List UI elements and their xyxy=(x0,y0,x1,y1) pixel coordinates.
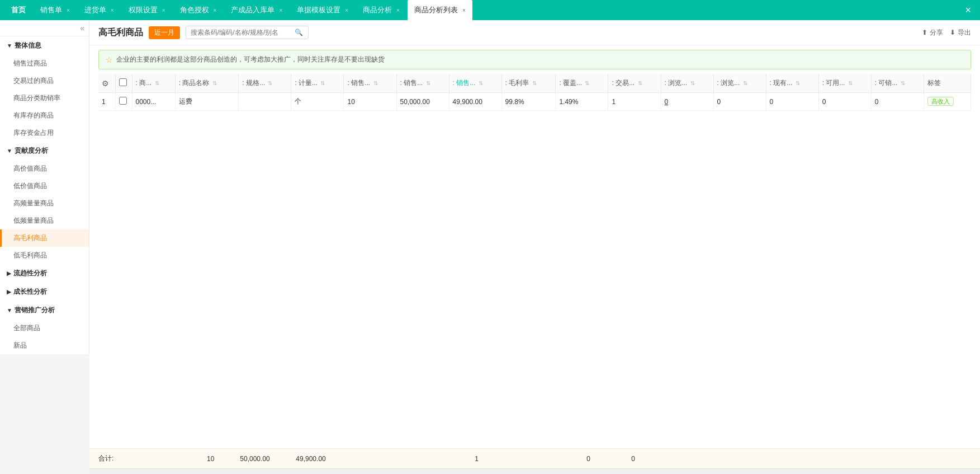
content-header: 高毛利商品 近一月 🔍 ⬆ 分享 ⬇ 导出 xyxy=(89,20,980,45)
export-icon: ⬇ xyxy=(950,29,955,36)
nav-tab-permission-settings[interactable]: 权限设置 × xyxy=(122,0,172,20)
nav-tab-product-entry[interactable]: 产成品入库单 × xyxy=(224,0,289,20)
close-icon[interactable]: × xyxy=(462,7,466,13)
sales-profit-column-header[interactable]: : 销售... ⇅ xyxy=(449,74,501,93)
footer-trade: 1 xyxy=(471,455,516,463)
product-table: ⚙ : 商... ⇅ : 商品名称 ⇅ xyxy=(98,74,971,111)
footer-sales-profit: 49,900.00 xyxy=(292,455,359,463)
row-available: 0 xyxy=(818,93,871,111)
sellable-column-header[interactable]: : 可销... ⇅ xyxy=(871,74,924,93)
unit-column-header[interactable]: : 计量... ⇅ xyxy=(291,74,344,93)
close-icon[interactable]: × xyxy=(214,7,217,13)
chevron-right-icon: ▶ xyxy=(7,270,11,276)
share-icon: ⬆ xyxy=(922,29,927,36)
code-column-header[interactable]: : 商... ⇅ xyxy=(132,74,175,93)
spec-column-header[interactable]: : 规格... ⇅ xyxy=(239,74,291,93)
row-name: 运费 xyxy=(175,93,239,111)
sales-qty-column-header[interactable]: : 销售... ⇅ xyxy=(344,74,396,93)
search-icon[interactable]: 🔍 xyxy=(295,29,303,36)
nav-tab-role-permission[interactable]: 角色授权 × xyxy=(173,0,224,20)
row-code: 0000... xyxy=(132,93,175,111)
nav-tab-product-analysis-list[interactable]: 商品分析列表 × xyxy=(408,0,472,20)
sort-icon: ⇅ xyxy=(155,80,159,86)
nav-tab-product-analysis[interactable]: 商品分析 × xyxy=(356,0,406,20)
checkbox-column-header xyxy=(115,74,132,93)
nav-tab-home[interactable]: 首页 xyxy=(4,0,32,20)
sort-icon: ⇅ xyxy=(901,80,905,86)
sidebar-group-treasure-analysis-items: 高价值商品 低价值商品 高频量量商品 低频量量商品 高毛利商品 低毛利商品 xyxy=(0,160,89,264)
close-all-tabs-button[interactable]: × xyxy=(960,4,976,16)
name-column-header[interactable]: : 商品名称 ⇅ xyxy=(175,74,239,93)
close-icon[interactable]: × xyxy=(111,7,114,13)
table-footer: 合计: 10 50,000.00 49,900.00 1 0 0 xyxy=(89,448,980,468)
search-input[interactable] xyxy=(191,29,291,36)
sidebar-item-inventory-capital[interactable]: 库存资金占用 xyxy=(0,124,89,142)
footer-cells: 10 50,000.00 49,900.00 1 0 0 xyxy=(125,455,971,463)
sidebar-item-traded-products[interactable]: 交易过的商品 xyxy=(0,72,89,90)
browse1-column-header[interactable]: : 浏览... ⇅ xyxy=(661,74,713,93)
nav-tab-purchase[interactable]: 进货单 × xyxy=(78,0,121,20)
row-checkbox[interactable] xyxy=(115,93,132,111)
sidebar-item-sales-products[interactable]: 销售过商品 xyxy=(0,55,89,72)
footer-label: 合计: xyxy=(98,454,113,463)
table-row: 1 0000... 运费 个 10 50,000.00 49,900.00 99… xyxy=(98,93,971,111)
share-button[interactable]: ⬆ 分享 xyxy=(922,28,943,37)
row-tag: 高收入 xyxy=(924,93,970,111)
sort-icon: ⇅ xyxy=(212,80,217,86)
row-trade: 1 xyxy=(608,93,661,111)
sidebar-group-marketing-analysis[interactable]: ▼ 营销推广分析 xyxy=(0,301,89,320)
row-sales-qty: 10 xyxy=(344,93,396,111)
sidebar-group-growth-analysis[interactable]: ▶ 成长性分析 xyxy=(0,283,89,301)
info-banner: ☆ 企业的主要的利润都是这部分商品创造的，可考虑加大推广，同时关注库存是不要出现… xyxy=(98,50,971,69)
sidebar-wrapper: « ▼ 整体信息 销售过商品 交易过的商品 商品分类助销率 有库存的商品 xyxy=(0,20,89,474)
sort-icon: ⇅ xyxy=(426,80,430,86)
sort-icon: ⇅ xyxy=(796,80,800,86)
sidebar-group-treasure-analysis[interactable]: ▼ 贡献度分析 xyxy=(0,142,89,160)
margin-rate-column-header[interactable]: : 毛利率 ⇅ xyxy=(501,74,556,93)
sidebar-collapse-button[interactable]: « xyxy=(80,24,84,32)
row-select-checkbox[interactable] xyxy=(119,97,127,105)
sidebar-item-high-value[interactable]: 高价值商品 xyxy=(0,160,89,177)
sidebar-item-high-margin[interactable]: 高毛利商品 xyxy=(0,229,89,247)
tag-column-header[interactable]: 标签 xyxy=(924,74,970,93)
table-container: ⚙ : 商... ⇅ : 商品名称 ⇅ xyxy=(89,74,980,448)
close-icon[interactable]: × xyxy=(162,7,165,13)
close-icon[interactable]: × xyxy=(279,7,282,13)
horizontal-scrollbar[interactable] xyxy=(89,468,980,474)
sidebar-item-product-assist-rate[interactable]: 商品分类助销率 xyxy=(0,90,89,107)
sidebar-item-stocked-products[interactable]: 有库存的商品 xyxy=(0,107,89,124)
settings-column-header[interactable]: ⚙ xyxy=(98,74,115,93)
sort-icon: ⇅ xyxy=(373,80,378,86)
close-icon[interactable]: × xyxy=(396,7,400,13)
row-browse1[interactable]: 0 xyxy=(661,93,713,111)
coverage-column-header[interactable]: : 覆盖... ⇅ xyxy=(556,74,608,93)
sort-icon: ⇅ xyxy=(638,80,642,86)
nav-tab-form-template[interactable]: 单据模板设置 × xyxy=(290,0,355,20)
time-filter-button[interactable]: 近一月 xyxy=(149,26,180,39)
sidebar-group-overall-info[interactable]: ▼ 整体信息 xyxy=(0,36,89,55)
row-sellable: 0 xyxy=(871,93,924,111)
sort-icon: ⇅ xyxy=(268,80,272,86)
browse2-column-header[interactable]: : 浏览... ⇅ xyxy=(713,74,766,93)
select-all-checkbox[interactable] xyxy=(119,78,127,86)
sidebar-group-overall-info-items: 销售过商品 交易过的商品 商品分类助销率 有库存的商品 库存资金占用 xyxy=(0,55,89,142)
current-stock-column-header[interactable]: : 现有... ⇅ xyxy=(766,74,818,93)
sidebar-item-low-value[interactable]: 低价值商品 xyxy=(0,177,89,195)
sort-icon: ⇅ xyxy=(848,80,853,86)
close-icon[interactable]: × xyxy=(67,7,70,13)
sidebar-item-new-products[interactable]: 新品 xyxy=(0,337,89,354)
row-spec xyxy=(239,93,291,111)
nav-tab-sales[interactable]: 销售单 × xyxy=(34,0,77,20)
footer-available: 0 xyxy=(628,455,673,463)
sales-amount-column-header[interactable]: : 销售... ⇅ xyxy=(396,74,449,93)
trade-column-header[interactable]: : 交易... ⇅ xyxy=(608,74,661,93)
export-button[interactable]: ⬇ 导出 xyxy=(950,28,971,37)
sidebar-item-all-products[interactable]: 全部商品 xyxy=(0,320,89,337)
settings-icon[interactable]: ⚙ xyxy=(102,79,109,88)
sidebar-item-low-margin[interactable]: 低毛利商品 xyxy=(0,247,89,264)
sidebar-item-high-freq[interactable]: 高频量量商品 xyxy=(0,195,89,212)
close-icon[interactable]: × xyxy=(345,7,348,13)
sidebar-item-low-freq[interactable]: 低频量量商品 xyxy=(0,212,89,229)
sidebar-group-trend-analysis[interactable]: ▶ 流趋性分析 xyxy=(0,264,89,283)
available-column-header[interactable]: : 可用... ⇅ xyxy=(818,74,871,93)
